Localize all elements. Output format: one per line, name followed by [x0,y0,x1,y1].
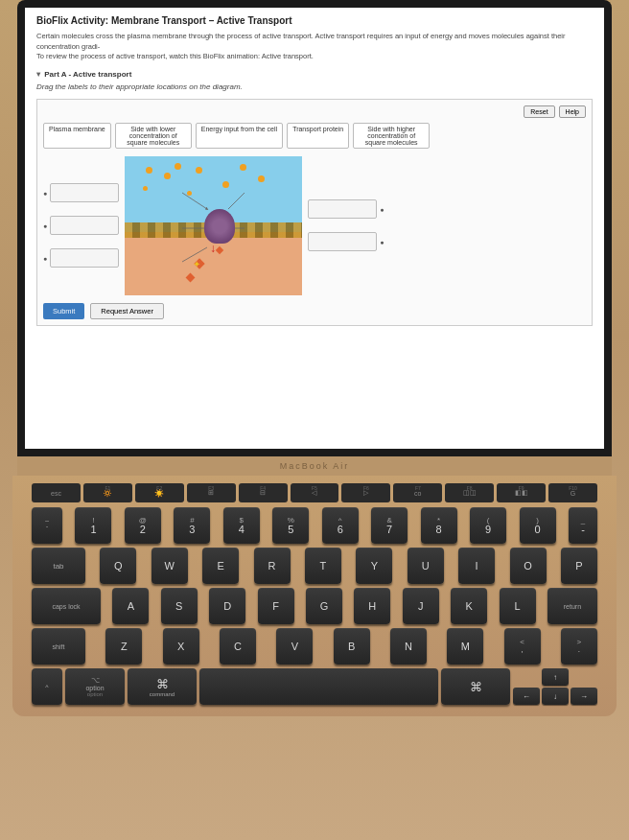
part-label-text: Part A - Active transport [44,70,131,79]
key-h[interactable]: H [354,588,390,624]
key-n[interactable]: N [390,628,427,665]
key-f4[interactable]: F4 ⊟ [239,483,288,502]
key-9[interactable]: ( 9 [470,507,506,544]
key-cmd-left[interactable]: ⌘ command [128,668,197,705]
key-l[interactable]: L [500,588,536,624]
key-1[interactable]: ! 1 [75,507,111,544]
label-chips: Plasma membrane Side with lower concentr… [43,123,586,149]
key-j[interactable]: J [403,588,439,624]
arrow-cluster: ↑ ← ↓ → [513,668,597,705]
laptop-outer: BioFlix Activity: Membrane Transport – A… [0,0,629,840]
request-answer-button[interactable]: Request Answer [90,303,164,319]
key-arrow-down[interactable]: ↓ [542,688,569,705]
membrane-diagram: ↓ ✦ [125,156,302,295]
key-f7[interactable]: F7 co [393,483,442,502]
key-m[interactable]: M [447,628,483,665]
key-3[interactable]: # 3 [174,507,210,544]
submit-button[interactable]: Submit [43,303,84,319]
key-tilde[interactable]: ~ ` [32,507,62,544]
btn-row: Reset Help [43,105,586,118]
membrane-bg: ↓ ✦ [125,156,302,295]
help-button[interactable]: Help [559,105,586,118]
key-g[interactable]: G [306,588,342,624]
key-y[interactable]: Y [356,548,392,584]
key-d[interactable]: D [209,588,245,624]
drop-box-right-1[interactable] [308,199,377,219]
key-lt[interactable]: < , [504,628,541,665]
key-r[interactable]: R [254,548,291,584]
screen: BioFlix Activity: Membrane Transport – A… [25,8,604,449]
molecule-dot-9 [187,191,192,196]
key-x[interactable]: X [163,628,199,665]
app-title: BioFlix Activity: Membrane Transport – A… [36,15,593,26]
bottom-buttons: Submit Request Answer [43,303,586,319]
arrow-bottom-row: ← ↓ → [513,688,597,705]
chip-transport[interactable]: Transport protein [287,123,349,149]
key-v[interactable]: V [276,628,313,665]
key-esc[interactable]: esc [32,483,81,502]
key-4[interactable]: $ 4 [223,507,260,544]
key-arrow-up[interactable]: ↑ [542,668,569,686]
key-caps[interactable]: caps lock [32,588,101,624]
chip-energy[interactable]: Energy input from the cell [196,123,283,149]
key-6[interactable]: ^ 6 [322,507,359,544]
key-q[interactable]: Q [100,548,136,584]
key-option[interactable]: ⌥ option option [65,668,125,705]
key-shift-left[interactable]: shift [32,628,85,665]
key-o[interactable]: O [510,548,547,584]
key-return[interactable]: return [547,588,597,624]
key-tab[interactable]: tab [32,548,85,584]
key-f9[interactable]: F9 ◧◧ [497,483,546,502]
key-z[interactable]: Z [105,628,142,665]
key-f10[interactable]: F10 G [548,483,597,502]
key-f[interactable]: F [258,588,294,624]
key-k[interactable]: K [451,588,487,624]
reset-button[interactable]: Reset [524,105,554,118]
cmd-symbol-left: ⌘ [156,677,169,691]
part-arrow-icon: ▾ [36,70,40,79]
key-f6[interactable]: F6 ▷ [341,483,390,502]
screen-bezel: BioFlix Activity: Membrane Transport – A… [17,0,612,456]
key-arrow-left[interactable]: ← [513,688,540,705]
chip-lower[interactable]: Side with lower concentration of square … [115,123,192,149]
key-gt[interactable]: > . [561,628,597,665]
drop-box-left-3[interactable] [50,248,119,268]
macbook-label-bar: MacBook Air [17,456,612,476]
key-c[interactable]: C [220,628,256,665]
key-f5[interactable]: F5 ◁ [291,483,339,502]
key-s[interactable]: S [161,588,198,624]
key-t[interactable]: T [305,548,341,584]
key-b[interactable]: B [334,628,370,665]
key-minus[interactable]: _ - [569,507,597,544]
key-f8[interactable]: F8 ◫◫ [445,483,494,502]
key-u[interactable]: U [408,548,444,584]
key-8[interactable]: * 8 [421,507,457,544]
key-cmd-right[interactable]: ⌘ [441,668,510,705]
key-2[interactable]: @ 2 [125,507,161,544]
drop-box-left-2[interactable] [50,216,119,235]
bottom-row: ^ ⌥ option option ⌘ command ⌘ ↑ ← [32,668,597,705]
desc-line1: Certain molecules cross the plasma membr… [36,32,566,51]
key-w[interactable]: W [151,548,188,584]
key-i[interactable]: I [458,548,495,584]
key-f1[interactable]: F1 🔅 [83,483,132,502]
key-ctrl[interactable]: ^ [32,668,62,705]
key-5[interactable]: % 5 [272,507,309,544]
key-p[interactable]: P [561,548,597,584]
keyboard-area: esc F1 🔅 F2 ☀️ F3 ⊞ F4 ⊟ F5 ◁ [12,476,617,716]
chip-higher[interactable]: Side with higher concentration of square… [353,123,430,149]
chip-plasma[interactable]: Plasma membrane [43,123,111,149]
key-a[interactable]: A [112,588,149,624]
key-f3[interactable]: F3 ⊞ [187,483,236,502]
energy-icon: ✦ [193,259,200,269]
diagram-area: ● ● ● [43,156,586,295]
down-arrow-icon: ↓ [210,242,216,255]
key-space[interactable] [199,668,438,705]
drop-box-right-2[interactable] [308,232,377,251]
key-arrow-right[interactable]: → [571,688,597,705]
key-e[interactable]: E [202,548,239,584]
drop-box-left-1[interactable] [50,183,119,202]
key-f2[interactable]: F2 ☀️ [135,483,184,502]
key-0[interactable]: ) 0 [520,507,556,544]
key-7[interactable]: & 7 [371,507,408,544]
